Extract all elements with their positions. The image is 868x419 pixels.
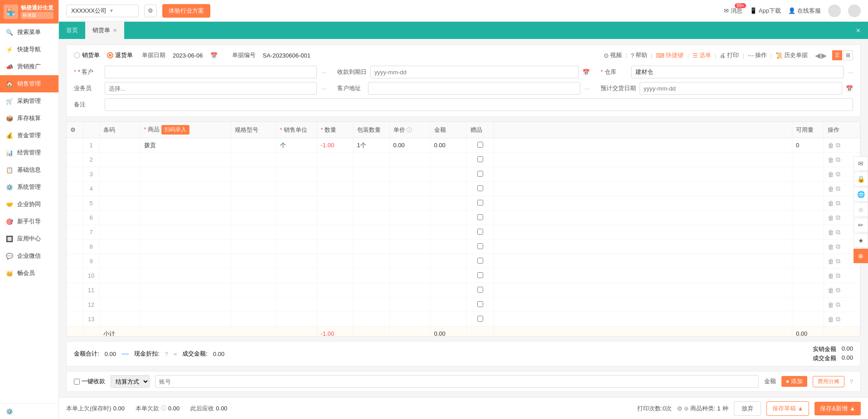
delete-btn[interactable]: 🗑	[828, 301, 834, 308]
delete-btn[interactable]: 🗑	[828, 185, 834, 193]
th-barcode[interactable]: 条码	[99, 122, 140, 138]
radio-sale[interactable]: 销货单	[74, 51, 100, 59]
copy-row-1-button[interactable]: ⧉	[836, 141, 840, 149]
sidebar-item-appstore[interactable]: 🔲 应用中心	[0, 230, 58, 247]
sidebar-settings-btn[interactable]: ⚙️	[0, 404, 58, 419]
sidebar-item-enterprise[interactable]: 🤝 企业协同	[0, 196, 58, 213]
radio-return[interactable]: 退货单	[107, 51, 133, 59]
gift-checkbox[interactable]	[477, 156, 483, 162]
customer-addr-dots-icon[interactable]: ···	[585, 85, 590, 92]
abandon-button[interactable]: 放弃	[734, 401, 761, 416]
warehouse-input[interactable]	[631, 66, 844, 78]
cell-amount-1[interactable]: 0.00	[430, 138, 466, 153]
copy-btn[interactable]: ⧉	[836, 199, 840, 207]
due-date-input[interactable]	[370, 66, 579, 78]
copy-btn[interactable]: ⧉	[836, 301, 840, 308]
copy-btn[interactable]: ⧉	[836, 228, 840, 236]
gift-checkbox[interactable]	[477, 258, 483, 264]
gift-checkbox[interactable]	[477, 243, 483, 249]
sidebar-item-system[interactable]: ⚙️ 系统管理	[0, 178, 58, 196]
sidebar-item-quicknav[interactable]: ⚡ 快捷导航	[0, 41, 58, 58]
delete-btn[interactable]: 🗑	[828, 200, 834, 207]
sidebar-item-sales[interactable]: 🏠 销售管理	[0, 75, 58, 92]
sidebar-item-guide[interactable]: 🎯 新手引导	[0, 213, 58, 230]
th-gift[interactable]: 赠品	[466, 122, 494, 138]
cell-unit-1[interactable]: 个	[276, 138, 317, 153]
calendar-icon[interactable]: 📅	[210, 52, 218, 59]
copy-btn[interactable]: ⧉	[836, 272, 840, 279]
settings-gear-button[interactable]: ⚙	[144, 5, 157, 17]
copy-btn[interactable]: ⧉	[836, 170, 840, 178]
float-fav-button[interactable]: ★	[853, 233, 868, 248]
gift-checkbox[interactable]	[477, 185, 483, 191]
copy-btn[interactable]: ⧉	[836, 286, 840, 294]
delete-btn[interactable]: 🗑	[828, 156, 834, 164]
th-amount[interactable]: 金额	[430, 122, 466, 138]
float-star-button[interactable]: ☆	[853, 202, 868, 217]
sidebar-item-operations[interactable]: 📊 经营管理	[0, 144, 58, 161]
video-link[interactable]: ⊙ 视频	[604, 51, 622, 59]
delete-btn[interactable]: 🗑	[828, 243, 834, 250]
copy-btn[interactable]: ⧉	[836, 214, 840, 222]
delete-row-1-button[interactable]: 🗑	[828, 142, 834, 149]
company-selector[interactable]: XXXXXX公司 ▼	[66, 5, 139, 17]
salesman-input[interactable]	[105, 82, 317, 95]
float-globe-button[interactable]: 🌐	[853, 187, 868, 202]
th-price[interactable]: 单价 ⓘ	[389, 122, 430, 138]
message-button[interactable]: ✉ 消息 99+	[724, 7, 742, 15]
th-qty[interactable]: * 数量	[317, 122, 353, 138]
gift-checkbox[interactable]	[477, 171, 483, 177]
th-avail[interactable]: 可用量	[792, 122, 824, 138]
gift-checkbox[interactable]	[477, 316, 483, 322]
cell-spec-1[interactable]	[231, 138, 276, 153]
delete-btn[interactable]: 🗑	[828, 214, 834, 222]
gift-checkbox[interactable]	[477, 272, 483, 278]
sidebar-item-inventory[interactable]: 📦 库存核算	[0, 110, 58, 127]
prev-arrow[interactable]: ◀	[815, 51, 820, 60]
cell-gift-1[interactable]	[466, 138, 494, 153]
sidebar-item-wechat[interactable]: 💬 企业微信	[0, 247, 58, 265]
float-lock-button[interactable]: 🔒	[853, 172, 868, 186]
history-link[interactable]: 📜 历史单据	[776, 51, 808, 59]
copy-btn[interactable]: ⧉	[836, 156, 840, 164]
customer-addr-input[interactable]	[368, 82, 580, 95]
app-download-button[interactable]: 📱 App下载	[750, 7, 781, 15]
user-avatar-2[interactable]	[848, 5, 861, 17]
expense-split-button[interactable]: 费用分摊	[813, 376, 844, 387]
gift-checkbox[interactable]	[477, 200, 483, 206]
cell-price-1[interactable]: 0.00	[389, 138, 430, 153]
grid-view-button[interactable]: ⊞	[843, 50, 853, 60]
cell-qty-1[interactable]: -1.00	[317, 138, 353, 153]
salesman-dots-icon[interactable]: ···	[321, 85, 326, 92]
settle-method-select[interactable]: 结算方式	[111, 375, 150, 388]
expense-help-icon[interactable]: ?	[850, 378, 853, 385]
copy-btn[interactable]: ⧉	[836, 315, 840, 323]
list-view-button[interactable]: ☰	[832, 50, 842, 60]
delete-btn[interactable]: 🗑	[828, 171, 834, 178]
due-date-calendar-icon[interactable]: 📅	[582, 69, 590, 76]
delete-btn[interactable]: 🗑	[828, 272, 834, 279]
trial-button[interactable]: 体验行业方案	[162, 4, 210, 18]
copy-btn[interactable]: ⧉	[836, 257, 840, 265]
save-new-button[interactable]: 保存&新增 ▲	[815, 402, 861, 415]
float-message-button[interactable]: ✉	[853, 156, 868, 171]
add-payment-button[interactable]: ● 添加	[781, 376, 807, 387]
th-spec[interactable]: 规格型号	[231, 122, 276, 138]
gift-checkbox[interactable]	[477, 229, 483, 235]
float-orange-button[interactable]: ⊕	[853, 249, 868, 263]
shortcut-link[interactable]: ⌨ 快捷键	[656, 51, 684, 59]
discount-help-icon[interactable]: ?	[165, 351, 168, 357]
cell-barcode-1[interactable]	[99, 138, 140, 153]
copy-btn[interactable]: ⧉	[836, 243, 840, 250]
save-draft-button[interactable]: 保存草稿 ▲	[766, 401, 810, 416]
tab-close-icon[interactable]: ✕	[113, 28, 117, 34]
cell-product-1[interactable]: 拨贡	[140, 138, 231, 153]
select-link[interactable]: ☰ 选单	[693, 51, 711, 59]
gift-checkbox-1[interactable]	[477, 142, 483, 148]
print-link[interactable]: 🖨 打印	[720, 51, 739, 59]
delete-btn[interactable]: 🗑	[828, 229, 834, 236]
note-input[interactable]	[105, 98, 853, 111]
gift-checkbox[interactable]	[477, 287, 483, 293]
sidebar-item-finance[interactable]: 💰 资金管理	[0, 127, 58, 144]
tab-home[interactable]: 首页	[59, 22, 85, 39]
